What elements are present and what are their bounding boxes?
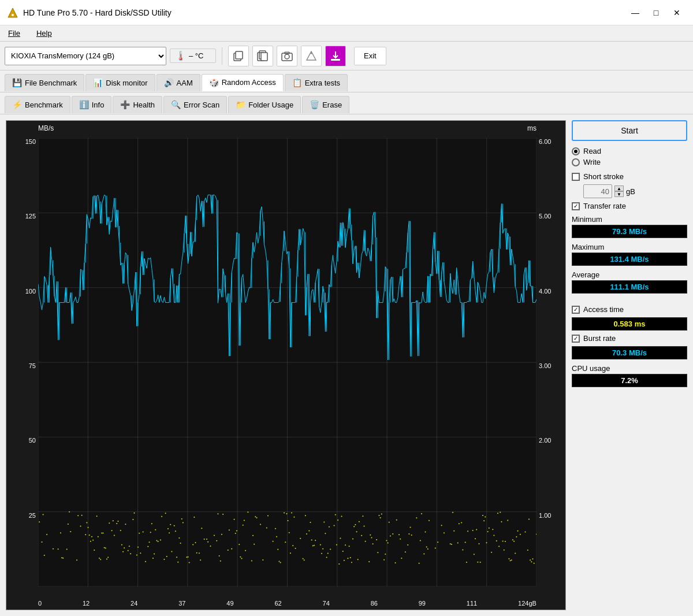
random-access-icon: 🎲: [209, 78, 219, 87]
spinner-down[interactable]: ▼: [614, 191, 624, 197]
tab-folder-usage[interactable]: 📁 Folder Usage: [228, 96, 301, 113]
spinner-up[interactable]: ▲: [614, 185, 624, 191]
copy2-icon: [257, 50, 269, 62]
menu-bar: File Help: [0, 25, 693, 42]
health-icon: ➕: [120, 100, 130, 109]
error-scan-icon: 🔍: [171, 100, 181, 109]
tab-file-benchmark[interactable]: 💾 File Benchmark: [5, 74, 84, 91]
close-button[interactable]: ✕: [668, 6, 686, 20]
tab-disk-monitor-label: Disk monitor: [106, 79, 147, 87]
exit-button[interactable]: Exit: [354, 47, 386, 65]
tab-error-scan[interactable]: 🔍 Error Scan: [163, 96, 227, 113]
cpu-usage-label: CPU usage: [572, 364, 687, 373]
x-86: 86: [371, 600, 378, 607]
burst-rate-checkbox[interactable]: ✓ Burst rate: [572, 334, 687, 343]
tab-aam[interactable]: 🔊 AAM: [157, 74, 200, 91]
tab-file-benchmark-label: File Benchmark: [25, 79, 77, 87]
disk-monitor-icon: 📊: [93, 78, 103, 87]
transfer-rate-label: Transfer rate: [583, 202, 626, 210]
read-radio[interactable]: Read: [572, 147, 687, 155]
y-left-150: 150: [25, 138, 36, 145]
tab-benchmark-label: Benchmark: [25, 101, 63, 109]
maximum-value: 131.4 MB/s: [572, 253, 687, 266]
chart-inner: [38, 138, 536, 587]
tab-folder-usage-label: Folder Usage: [248, 101, 293, 109]
camera-btn[interactable]: [277, 46, 297, 66]
read-label: Read: [583, 147, 601, 155]
minimum-group: Minimum 79.3 MB/s: [572, 215, 687, 238]
write-label: Write: [583, 158, 601, 166]
access-time-label: Access time: [583, 305, 624, 314]
tab-disk-monitor[interactable]: 📊 Disk monitor: [85, 74, 155, 91]
menu-file[interactable]: File: [5, 28, 24, 39]
tab-extra-tests-label: Extra tests: [305, 79, 340, 87]
x-axis: 0 12 24 37 49 62 74 86 99 111 124gB: [38, 600, 536, 607]
x-24: 24: [131, 600, 137, 607]
info-tab-icon: ℹ️: [79, 100, 89, 109]
x-111: 111: [467, 600, 477, 607]
y-right-6: 6.00: [539, 138, 551, 145]
main-content: MB/s ms 150 125 100 75 50 25 6.00 5.00 4…: [0, 114, 693, 616]
access-time-checkbox[interactable]: ✓ Access time: [572, 305, 687, 314]
y-axis-left-title: MB/s: [38, 124, 54, 132]
tabs-row-1: 💾 File Benchmark 📊 Disk monitor 🔊 AAM 🎲 …: [0, 70, 693, 92]
average-value: 111.1 MB/s: [572, 280, 687, 294]
svg-point-1: [12, 14, 14, 16]
cpu-usage-value: 7.2%: [572, 374, 687, 387]
x-62: 62: [274, 600, 281, 607]
svg-rect-6: [261, 53, 267, 61]
y-axis-right: 6.00 5.00 4.00 3.00 2.00 1.00: [536, 138, 565, 587]
maximize-button[interactable]: □: [647, 6, 665, 20]
tab-erase[interactable]: 🗑️ Erase: [302, 96, 349, 113]
start-button[interactable]: Start: [572, 120, 687, 141]
maximum-group: Maximum 131.4 MB/s: [572, 243, 687, 266]
y-axis-right-title: ms: [527, 124, 536, 132]
copy-btn-2[interactable]: [252, 46, 273, 66]
minimize-button[interactable]: —: [626, 6, 644, 20]
toolbar-separator-1: [222, 47, 222, 65]
download-btn[interactable]: [325, 46, 346, 66]
device-select[interactable]: KIOXIA TransMemory (124 gB): [5, 47, 166, 65]
svg-point-10: [311, 52, 312, 54]
svg-point-8: [285, 54, 289, 59]
y-left-25: 25: [29, 512, 36, 519]
transfer-rate-checkbox[interactable]: ✓ Transfer rate: [572, 202, 687, 210]
x-49: 49: [226, 600, 233, 607]
toolbar: KIOXIA TransMemory (124 gB) 🌡️ – °C: [0, 42, 693, 70]
temperature-display: 🌡️ – °C: [170, 49, 216, 63]
y-right-5: 5.00: [539, 213, 551, 220]
average-label: Average: [572, 270, 687, 279]
y-right-4: 4.00: [539, 288, 551, 295]
tab-info-label: Info: [92, 101, 105, 109]
write-radio[interactable]: Write: [572, 158, 687, 166]
tab-extra-tests[interactable]: 📋 Extra tests: [285, 74, 348, 91]
y-right-3: 3.00: [539, 362, 551, 369]
average-group: Average 111.1 MB/s: [572, 270, 687, 294]
menu-help[interactable]: Help: [33, 28, 55, 39]
x-99: 99: [419, 600, 426, 607]
info-btn[interactable]: [301, 46, 322, 66]
benchmark-icon: ⚡: [12, 100, 22, 109]
download-icon: [330, 51, 341, 61]
burst-rate-label: Burst rate: [583, 334, 616, 343]
tab-health[interactable]: ➕ Health: [113, 96, 162, 113]
tab-random-access-label: Random Access: [222, 78, 276, 87]
minimum-value: 79.3 MB/s: [572, 225, 687, 238]
short-stroke-box: [572, 173, 580, 181]
svg-rect-11: [331, 59, 340, 61]
thermometer-icon: 🌡️: [175, 50, 187, 61]
tab-error-scan-label: Error Scan: [184, 101, 219, 109]
right-panel: Start Read Write Short stroke ▲ ▼ gB: [572, 120, 687, 610]
read-write-group: Read Write: [572, 144, 687, 169]
write-radio-circle: [572, 158, 580, 166]
y-left-75: 75: [29, 362, 36, 369]
tab-aam-label: AAM: [177, 79, 193, 87]
tab-info[interactable]: ℹ️ Info: [72, 96, 112, 113]
spinner-input[interactable]: [583, 184, 612, 198]
short-stroke-checkbox[interactable]: Short stroke: [572, 172, 687, 181]
tab-benchmark[interactable]: ⚡ Benchmark: [5, 96, 70, 113]
burst-rate-box: ✓: [572, 335, 580, 343]
tab-random-access[interactable]: 🎲 Random Access: [202, 74, 284, 91]
spinner-unit: gB: [626, 187, 635, 196]
copy-btn-1[interactable]: [228, 46, 249, 66]
